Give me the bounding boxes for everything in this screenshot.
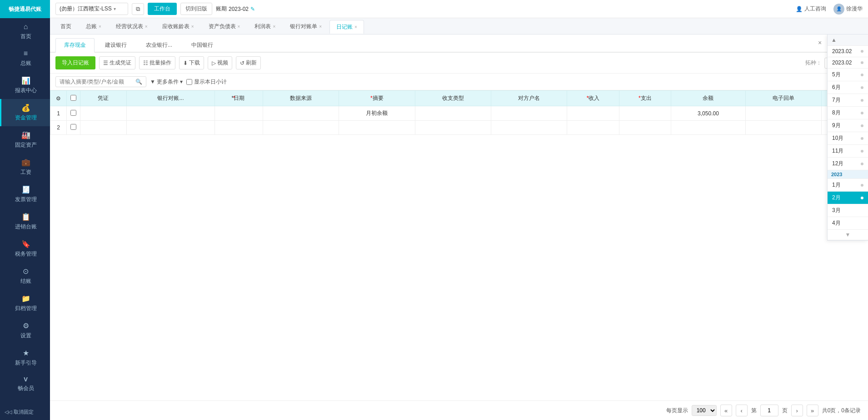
date-scroll-down[interactable]: ▼: [828, 230, 868, 240]
date-entry-7[interactable]: 7月: [828, 94, 868, 107]
tab-close-icon[interactable]: ×: [238, 24, 240, 29]
refresh-button[interactable]: ↺ 刷新: [236, 56, 261, 69]
tab-assets[interactable]: 资产负债表 ×: [202, 20, 247, 33]
first-page-button[interactable]: «: [720, 405, 732, 416]
unpin-sidebar[interactable]: ◁◁ 取消固定: [0, 404, 50, 420]
tab-profit[interactable]: 利润表 ×: [248, 20, 282, 33]
company-selector[interactable]: (勿册）江西赣宝-LSS ▾: [55, 3, 128, 15]
topbar: (勿册）江西赣宝-LSS ▾ ⧉ 工作台 切到旧版 账期 2023-02 ✎ 👤…: [50, 0, 868, 18]
sidebar-item-fixed[interactable]: 🏭 固定资产: [0, 126, 50, 153]
date-entry-9[interactable]: 9月: [828, 119, 868, 132]
per-page-select[interactable]: 50 100 200: [692, 405, 717, 416]
date-entry-6[interactable]: 6月: [828, 81, 868, 94]
tab-close-icon[interactable]: ×: [191, 24, 194, 29]
copy-company-button[interactable]: ⧉: [132, 3, 144, 15]
guide-icon: ★: [23, 349, 29, 357]
workspace-button[interactable]: 工作台: [148, 3, 177, 15]
generate-voucher-button[interactable]: ☰ 生成凭证: [99, 56, 135, 69]
date-entry-2023-02-top2[interactable]: 2023.02: [828, 57, 868, 69]
col-settings[interactable]: ⚙: [50, 91, 67, 106]
date-year-2023[interactable]: 2023: [828, 170, 868, 179]
search-icon[interactable]: 🔍: [135, 79, 142, 85]
date-entry-5[interactable]: 5月: [828, 69, 868, 81]
sidebar-item-purchase[interactable]: 📋 进销台账: [0, 208, 50, 235]
tab-ledger[interactable]: 总账 ×: [79, 20, 108, 33]
date-scroll-area[interactable]: 2023.02 2023.02 5月 6月 7月: [828, 46, 868, 240]
date-panel-up-icon[interactable]: ▲: [831, 37, 837, 43]
sidebar-item-archive[interactable]: 📁 归档管理: [0, 290, 50, 317]
row-checkbox[interactable]: [67, 121, 80, 135]
page-area: 库存现金 建设银行 农业银行... 中国银行 导入日记账 ☰ 生成凭证 ☷ 批量…: [50, 35, 868, 420]
show-daily-subtotal[interactable]: 显示本日小计: [186, 78, 227, 86]
scroll-down-icon: ▼: [845, 232, 851, 238]
download-button[interactable]: ⬇ 下载: [179, 56, 204, 69]
date-entry-8[interactable]: 8月: [828, 107, 868, 119]
dot-icon: [861, 163, 863, 165]
main-content: (勿册）江西赣宝-LSS ▾ ⧉ 工作台 切到旧版 账期 2023-02 ✎ 👤…: [50, 0, 868, 420]
sidebar-item-capital[interactable]: 💰 资金管理: [0, 99, 50, 126]
more-filters-button[interactable]: ▼ 更多条件 ▾: [150, 78, 183, 86]
sidebar-item-tax[interactable]: 🔖 税务管理: [0, 235, 50, 262]
edit-period-icon[interactable]: ✎: [250, 6, 255, 12]
tab-close-icon[interactable]: ×: [319, 24, 322, 29]
sidebar-item-settings[interactable]: ⚙ 设置: [0, 317, 50, 344]
date-entry-2023-3[interactable]: 3月: [828, 204, 868, 217]
capital-icon: 💰: [21, 104, 30, 112]
tab-home[interactable]: 首页: [54, 20, 78, 33]
sidebar-item-guide[interactable]: ★ 新手引导: [0, 344, 50, 371]
dot-icon: [861, 184, 863, 187]
sidebar-item-ledger[interactable]: ≡ 总账: [0, 45, 50, 72]
close-date-panel-button[interactable]: ×: [815, 38, 824, 47]
row-select-checkbox[interactable]: [70, 110, 76, 116]
page-input[interactable]: [760, 405, 778, 416]
search-input-wrap[interactable]: 🔍: [55, 76, 146, 87]
tab-bank[interactable]: 银行对账单 ×: [283, 20, 329, 33]
select-all-checkbox[interactable]: [70, 95, 76, 101]
tab-close-icon[interactable]: ×: [99, 24, 101, 29]
sidebar-item-invoice[interactable]: 🧾 发票管理: [0, 181, 50, 208]
sidebar-item-close[interactable]: ⊙ 结账: [0, 262, 50, 290]
next-page-button[interactable]: ›: [791, 405, 803, 416]
date-entry-2023-2[interactable]: 2月: [828, 192, 868, 204]
sidebar-item-reports[interactable]: 📊 报表中心: [0, 72, 50, 99]
date-entry-2023-1[interactable]: 1月: [828, 179, 868, 192]
period-label: 账期: [216, 5, 227, 13]
last-page-button[interactable]: »: [807, 405, 818, 416]
row-balance: 3,050.00: [671, 106, 746, 121]
tab-close-icon[interactable]: ×: [354, 25, 357, 30]
tab-ledger-label: 总账: [86, 23, 97, 30]
tab-close-icon[interactable]: ×: [273, 24, 275, 29]
search-input[interactable]: [60, 79, 134, 85]
sub-tab-boc[interactable]: 中国银行: [183, 38, 222, 52]
user-service[interactable]: 👤 人工咨询: [796, 5, 826, 13]
tab-operation[interactable]: 经营状况表 ×: [109, 20, 155, 33]
sidebar-item-member[interactable]: V 畅会员: [0, 371, 50, 397]
sub-tab-ccb[interactable]: 建设银行: [96, 38, 135, 52]
sidebar-item-salary[interactable]: 💼 工资: [0, 153, 50, 181]
import-journal-button[interactable]: 导入日记账: [55, 56, 95, 69]
row-bank-account: [126, 106, 215, 121]
video-icon: ▷: [212, 60, 216, 66]
date-entry-2023-4[interactable]: 4月: [828, 217, 868, 230]
sub-tab-abc[interactable]: 农业银行...: [137, 38, 181, 52]
video-button[interactable]: ▷ 视频: [208, 56, 232, 69]
sidebar-item-home[interactable]: ⌂ 首页: [0, 18, 50, 45]
sidebar-item-label: 固定资产: [15, 141, 37, 149]
batch-operation-button[interactable]: ☷ 批量操作: [139, 56, 175, 69]
date-entry-11[interactable]: 11月: [828, 145, 868, 158]
date-entry-2023-02-top1[interactable]: 2023.02: [828, 46, 868, 57]
row-checkbox[interactable]: [67, 106, 80, 121]
old-version-button[interactable]: 切到旧版: [180, 3, 212, 15]
sub-tab-cash[interactable]: 库存现金: [55, 38, 95, 53]
tab-journal[interactable]: 日记账 ×: [329, 20, 364, 34]
prev-page-button[interactable]: ‹: [736, 405, 748, 416]
date-entry-10[interactable]: 10月: [828, 132, 868, 145]
tab-close-icon[interactable]: ×: [145, 24, 148, 29]
user-info[interactable]: 👤 徐漫华: [833, 4, 863, 15]
date-entry-12[interactable]: 12月: [828, 158, 868, 170]
row-expense: [619, 121, 671, 135]
show-daily-checkbox[interactable]: [186, 79, 192, 85]
tab-receivable[interactable]: 应收账龄表 ×: [155, 20, 201, 33]
col-checkbox[interactable]: [67, 91, 80, 106]
row-select-checkbox[interactable]: [70, 124, 76, 130]
